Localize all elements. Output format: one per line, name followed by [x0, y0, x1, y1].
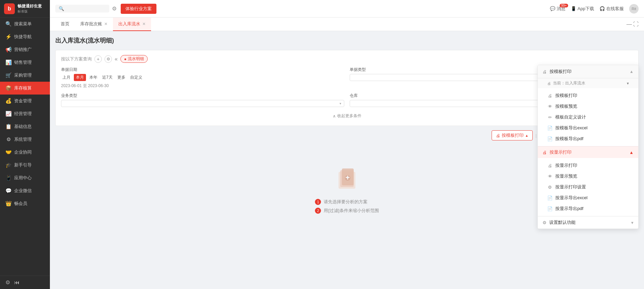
sidebar-item-label-purchase: 采购管理	[14, 72, 32, 78]
dropdown-header[interactable]: 🖨 按模板打印 ▲	[538, 65, 638, 78]
sidebar-item-appcenter[interactable]: 📱应用中心	[0, 172, 50, 184]
display-settings-item[interactable]: ⚙ 按显示打印设置	[538, 182, 638, 192]
default-func-icon: ⚙	[543, 220, 547, 225]
template-custom-item[interactable]: ✏ 模板自定义设计	[538, 112, 638, 123]
sidebar-bottom: ⚙ ⏮	[0, 275, 50, 289]
template-custom-label: 模板自定义设计	[555, 114, 586, 120]
date-opt-7days[interactable]: 近7天	[101, 74, 114, 81]
date-opt-custom[interactable]: 自定义	[129, 74, 144, 81]
biz-arrow: ▾	[340, 102, 341, 105]
sidebar-item-label-wechat: 企业微信	[14, 188, 32, 194]
user-avatar-item[interactable]: Rit	[629, 4, 639, 14]
template-print-item[interactable]: 🖨 按模板打印	[538, 90, 638, 101]
msg-item[interactable]: 💬 消息 99+	[550, 6, 565, 12]
template-preview-item[interactable]: 👁 按模板预览	[538, 101, 638, 112]
sidebar-item-purchase[interactable]: 🛒采购管理	[0, 69, 50, 82]
dropdown-current: 🖨 当前：出入库流水 ▾	[538, 78, 638, 88]
display-preview-item[interactable]: 👁 按显示预览	[538, 171, 638, 182]
sidebar-item-label-operations: 经营管理	[14, 111, 32, 117]
default-func-label: 设置默认功能	[549, 219, 576, 226]
search-input[interactable]	[65, 6, 106, 11]
date-range: 2023-06-01 至 2023-06-30	[61, 83, 344, 89]
action-separator1: |	[535, 133, 536, 138]
sidebar-item-wechat[interactable]: 💬企业微信	[0, 184, 50, 197]
template-preview-label: 按模板预览	[555, 103, 577, 109]
solution-button[interactable]: 体验行业方案	[121, 4, 156, 14]
display-pdf-item[interactable]: 📄 按显示导出pdf	[538, 203, 638, 214]
display-print-icon: 🖨	[547, 163, 553, 168]
sidebar-item-label-quicknav: 快捷导航	[14, 34, 32, 40]
tab-batch[interactable]: 库存批次账 ✕	[75, 18, 113, 31]
settings-icon[interactable]: ⚙	[5, 279, 10, 286]
biz-select[interactable]: ▾	[61, 100, 344, 107]
sidebar-item-member[interactable]: 👑畅会员	[0, 197, 50, 210]
basic-icon: 📋	[5, 124, 11, 130]
tab-flow-close[interactable]: ✕	[142, 22, 146, 26]
date-opt-this-month[interactable]: 本月	[74, 74, 86, 81]
filter-chip[interactable]: ● 流水明细	[120, 55, 148, 63]
online-service-label: 在线客服	[606, 6, 624, 12]
logo-icon: b	[4, 3, 15, 14]
print-icon: 🖨	[496, 133, 500, 138]
sidebar-item-finance[interactable]: 💰资金管理	[0, 95, 50, 107]
display-group-arrow: ▲	[629, 150, 634, 155]
empty-illustration	[333, 165, 360, 192]
template-pdf-item[interactable]: 📄 按模板导出pdf	[538, 133, 638, 144]
sidebar-item-sales[interactable]: 📊销售管理	[0, 56, 50, 69]
print-template-button[interactable]: 🖨 按模板打印 ▲	[492, 130, 533, 140]
sidebar-item-label-collab: 企业协同	[14, 149, 32, 155]
sidebar-item-label-member: 畅会员	[14, 201, 27, 207]
current-left: 🖨 当前：出入库流水	[547, 80, 585, 86]
tab-batch-close[interactable]: ✕	[104, 22, 108, 26]
filter-collapse-icon[interactable]: «	[115, 56, 118, 62]
empty-step-1: 1 请先选择要分析的方案	[315, 198, 379, 206]
date-opt-last-month[interactable]: 上月	[61, 74, 72, 81]
sidebar-item-quicknav[interactable]: ⚡快捷导航	[0, 30, 50, 43]
sidebar-item-collab[interactable]: 🤝企业协同	[0, 146, 50, 159]
default-left: ⚙ 设置默认功能	[543, 219, 576, 226]
sidebar-item-search[interactable]: 🔍搜索菜单	[0, 18, 50, 30]
tab-batch-label: 库存批次账	[80, 21, 102, 27]
print-label: 按模板打印	[502, 132, 524, 138]
template-pdf-icon: 📄	[547, 136, 553, 141]
dropdown-header-arrow: ▲	[630, 69, 634, 74]
filter-settings-button[interactable]: ⚙	[105, 55, 112, 63]
page-content: 出入库流水(流水明细) 按以下方案查询 + ⚙ « ● 流水明细 单据日期 上月…	[50, 31, 644, 289]
online-service-item[interactable]: 🎧 在线客服	[599, 6, 624, 12]
logo-text: 畅捷通好生意 标准版	[18, 4, 42, 14]
search-box[interactable]: 🔍	[55, 5, 109, 12]
sidebar-item-operations[interactable]: 📈经营管理	[0, 107, 50, 120]
tab-minimize-icon[interactable]: —	[626, 21, 632, 27]
collapse-icon[interactable]: ⏮	[14, 280, 20, 286]
template-excel-icon: 📄	[547, 126, 553, 131]
biz-label: 业务类型	[61, 93, 344, 99]
appcenter-icon: 📱	[5, 175, 11, 181]
date-opt-this-year[interactable]: 本年	[88, 74, 99, 81]
template-excel-label: 按模板导出excel	[555, 125, 587, 131]
sidebar-item-guide[interactable]: 🎓新手引导	[0, 159, 50, 172]
date-options: 上月 本月 本年 近7天 更多 自定义	[61, 74, 344, 81]
template-excel-item[interactable]: 📄 按模板导出excel	[538, 123, 638, 133]
sidebar-item-basic[interactable]: 📋基础信息	[0, 120, 50, 133]
tab-expand-icon[interactable]: ⛶	[633, 21, 639, 27]
gear-icon[interactable]: ⚙	[112, 5, 117, 12]
display-print-item[interactable]: 🖨 按显示打印	[538, 160, 638, 171]
sidebar-item-system[interactable]: ⚙系统管理	[0, 133, 50, 146]
operations-icon: 📈	[5, 111, 11, 117]
headset-icon: 🎧	[599, 6, 605, 11]
set-default-item[interactable]: ⚙ 设置默认功能 ▾	[538, 216, 638, 229]
inventory-icon: 📦	[5, 85, 11, 91]
date-opt-more[interactable]: 更多	[116, 74, 127, 81]
current-icon: 🖨	[547, 81, 551, 85]
topbar: 🔍 ⚙ 体验行业方案 💬 消息 99+ 📱 App下载 🎧 在线客服	[50, 0, 644, 18]
tab-flow[interactable]: 出入库流水 ✕	[113, 18, 151, 31]
app-download-item[interactable]: 📱 App下载	[571, 6, 594, 12]
filter-add-button[interactable]: +	[94, 55, 102, 63]
msg-badge: 99+	[560, 4, 568, 7]
sidebar-item-inventory[interactable]: 📦库存核算	[0, 82, 50, 95]
tab-home[interactable]: 首页	[55, 18, 75, 31]
display-group-header[interactable]: 🖨 按显示打印 ▲	[538, 146, 638, 158]
sidebar-item-marketing[interactable]: 📢营销推广	[0, 43, 50, 56]
display-excel-item[interactable]: 📄 按显示导出excel	[538, 192, 638, 203]
tab-flow-label: 出入库流水	[118, 21, 140, 27]
